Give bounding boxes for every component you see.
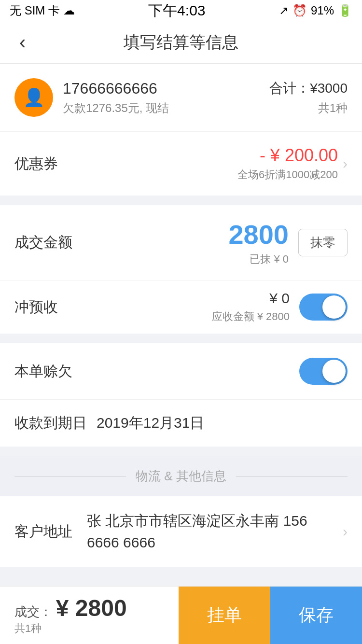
- status-left: 无 SIM 卡 ☁: [10, 3, 75, 18]
- address-row[interactable]: 客户地址 张 北京市市辖区海淀区永丰南 156 6666 6666 ›: [0, 496, 362, 567]
- round-off-button[interactable]: 抹零: [298, 229, 348, 256]
- credit-toggle-knob: [322, 360, 346, 383]
- logistics-line-left: [14, 476, 126, 476]
- prepay-label: 冲预收: [14, 297, 58, 317]
- deal-amount-section: 成交金额 2800 已抹 ¥ 0 抹零 冲预收 ¥ 0 应收金额 ¥ 2800: [0, 205, 362, 334]
- page-title: 填写结算等信息: [124, 31, 238, 54]
- deal-amount-label: 成交金额: [14, 233, 72, 252]
- battery-icon: 🔋: [338, 4, 352, 17]
- logistics-title: 物流 & 其他信息: [136, 468, 226, 485]
- footer-info: 成交： ¥ 2800 共1种: [0, 595, 179, 636]
- deal-amount-value: 2800: [228, 219, 289, 250]
- footer: 成交： ¥ 2800 共1种 挂单 保存: [0, 586, 362, 644]
- section-divider-3: [0, 447, 362, 456]
- credit-label: 本单赊欠: [14, 362, 72, 381]
- prepay-row: 冲预收 ¥ 0 应收金额 ¥ 2800: [0, 280, 362, 334]
- save-button[interactable]: 保存: [270, 587, 362, 644]
- prepay-amount: ¥ 0: [212, 290, 290, 307]
- due-date-row: 收款到期日 2019年12月31日: [0, 399, 362, 447]
- avatar: 👤: [14, 78, 53, 117]
- status-bar: 无 SIM 卡 ☁ 下午4:03 ↗ ⏰ 91% 🔋: [0, 0, 362, 21]
- coupon-label: 优惠券: [14, 154, 58, 174]
- deal-amount-sub: 已抹 ¥ 0: [228, 252, 289, 266]
- hang-button[interactable]: 挂单: [179, 587, 270, 644]
- customer-debt: 欠款1276.35元, 现结: [63, 100, 169, 116]
- deal-amount-row: 成交金额 2800 已抹 ¥ 0 抹零: [0, 205, 362, 280]
- customer-count: 共1种: [269, 100, 348, 116]
- status-time: 下午4:03: [148, 1, 205, 21]
- due-date-label: 收款到期日: [14, 413, 87, 433]
- prepay-toggle[interactable]: [299, 294, 348, 321]
- coupon-amount: - ¥ 200.00: [237, 145, 338, 166]
- customer-phone: 17666666666: [63, 80, 169, 98]
- prepay-toggle-knob: [322, 295, 346, 319]
- alarm-icon: ⏰: [292, 4, 307, 17]
- customer-card: 👤 17666666666 欠款1276.35元, 现结 合计：¥3000 共1…: [0, 64, 362, 131]
- address-value: 张 北京市市辖区海淀区永丰南 156 6666 6666: [87, 510, 343, 553]
- address-chevron-icon: ›: [343, 523, 348, 540]
- coupon-desc: 全场6折满1000减200: [237, 168, 338, 182]
- due-date-value: 2019年12月31日: [97, 413, 204, 433]
- logistics-line-right: [236, 476, 348, 476]
- avatar-icon: 👤: [23, 87, 45, 108]
- location-icon: ↗: [279, 4, 289, 17]
- coupon-chevron-icon: ›: [343, 155, 348, 172]
- coupon-row[interactable]: 优惠券 - ¥ 200.00 全场6折满1000减200 ›: [0, 131, 362, 196]
- credit-row: 本单赊欠: [0, 343, 362, 399]
- nav-bar: ‹ 填写结算等信息: [0, 21, 362, 64]
- sim-status: 无 SIM 卡 ☁: [10, 3, 75, 18]
- address-label: 客户地址: [14, 522, 72, 542]
- footer-total-amount: ¥ 2800: [56, 595, 127, 621]
- footer-total-label: 成交：: [14, 604, 52, 619]
- battery-level: 91%: [311, 4, 334, 17]
- status-right: ↗ ⏰ 91% 🔋: [279, 4, 352, 17]
- customer-total: 合计：¥3000: [269, 79, 348, 98]
- section-divider-1: [0, 196, 362, 205]
- back-button[interactable]: ‹: [14, 27, 30, 58]
- prepay-receivable: 应收金额 ¥ 2800: [212, 309, 290, 324]
- footer-count: 共1种: [14, 621, 164, 636]
- section-divider-2: [0, 334, 362, 343]
- logistics-header: 物流 & 其他信息: [0, 456, 362, 496]
- credit-toggle[interactable]: [299, 358, 348, 385]
